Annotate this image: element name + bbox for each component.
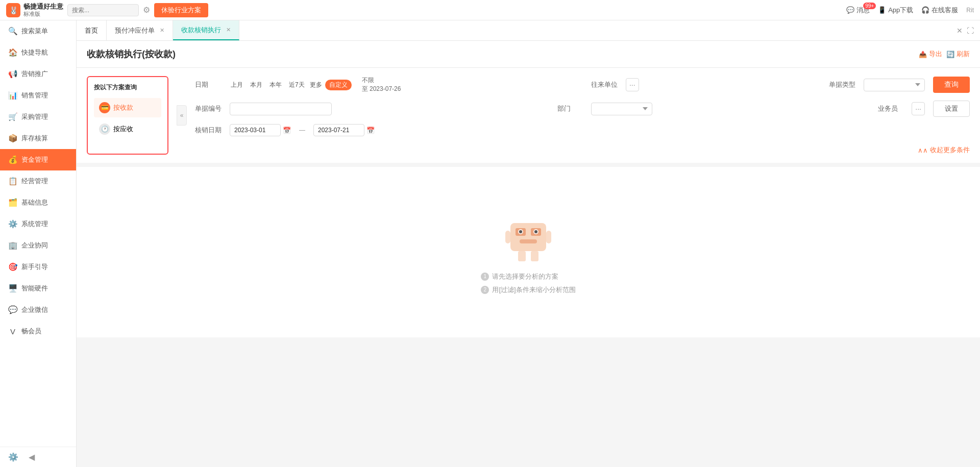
sidebar-settings-icon[interactable]: ⚙️ [8, 452, 18, 462]
more-conditions-button[interactable]: ∧∧ 收起更多条件 [918, 145, 970, 155]
calendar-start-icon[interactable]: 📅 [283, 127, 291, 134]
page-title: 收款核销执行(按收款) [87, 48, 176, 67]
member-icon: V [8, 327, 17, 336]
date-divider: — [299, 127, 305, 134]
sidebar-item-inventory[interactable]: 📦 库存核算 [0, 128, 76, 149]
empty-step-1-text: 请先选择要分析的方案 [492, 270, 558, 283]
app-logo: 🐰 畅捷通好生意 标准版 [6, 3, 63, 17]
message-icon: 💬 [846, 6, 854, 14]
tab-prepay-close[interactable]: ✕ [160, 27, 164, 34]
sidebar-label-search: 搜索菜单 [21, 27, 48, 36]
empty-step-1: 1 请先选择要分析的方案 [481, 270, 575, 283]
query-option-receivable-label: 按应收 [113, 125, 133, 134]
date-btn-this-year[interactable]: 近7天 [287, 80, 307, 90]
sidebar-item-search[interactable]: 🔍 搜索菜单 [0, 20, 76, 42]
sidebar-item-member[interactable]: V 畅会员 [0, 321, 76, 342]
user-name[interactable]: Rit [966, 7, 974, 14]
date-btn-custom[interactable]: 自定义 [325, 80, 352, 90]
doc-type-label: 单据类型 [829, 80, 855, 89]
department-select[interactable] [591, 103, 652, 115]
tab-close-button[interactable]: ✕ [957, 27, 963, 35]
sidebar-item-wechat[interactable]: 💬 企业微信 [0, 299, 76, 321]
message-button[interactable]: 💬 消息 99+ [846, 6, 870, 15]
search-input[interactable] [67, 4, 139, 16]
more-conditions: ∧∧ 收起更多条件 [195, 145, 970, 155]
sidebar-item-basic-info[interactable]: 🗂️ 基础信息 [0, 192, 76, 213]
gear-icon[interactable]: ⚙ [143, 5, 150, 15]
writeoff-date-end-wrap: 📅 [313, 124, 375, 136]
more-conditions-label: 收起更多条件 [930, 145, 970, 155]
svg-rect-0 [510, 223, 546, 251]
tab-expand-button[interactable]: ⛶ [967, 27, 974, 35]
empty-illustration [500, 208, 556, 264]
message-badge: 99+ [863, 3, 876, 9]
doc-num-input[interactable] [230, 103, 332, 115]
sidebar-item-guide[interactable]: 🎯 新手引导 [0, 256, 76, 278]
sidebar-item-sales[interactable]: 📊 销售管理 [0, 85, 76, 106]
svg-rect-6 [518, 251, 526, 261]
receivable-icon: 🕐 [99, 124, 110, 135]
tab-receipt-writeoff-close[interactable]: ✕ [226, 27, 231, 33]
date-btn-more[interactable]: 更多 [310, 81, 322, 89]
counterparty-input[interactable]: ··· [626, 78, 639, 91]
tab-prepay-label: 预付冲应付单 [115, 26, 155, 35]
tab-home[interactable]: 首页 [77, 20, 107, 40]
results-area: 1 请先选择要分析的方案 2 用[过滤]条件来缩小分析范围 [77, 167, 980, 337]
writeoff-date-end[interactable] [313, 124, 364, 136]
date-btn-this-month[interactable]: 本年 [267, 80, 284, 90]
export-button[interactable]: 📤 导出 [919, 50, 942, 59]
app-download-button[interactable]: 📱 App下载 [878, 6, 913, 15]
svg-rect-3 [520, 239, 537, 243]
sidebar-label-operations: 经营管理 [21, 177, 48, 186]
sidebar-label-member: 畅会员 [21, 327, 41, 336]
writeoff-date-label: 核销日期 [195, 126, 222, 135]
svg-point-11 [534, 230, 537, 233]
date-quick-buttons: 上月 本月 本年 近7天 更多 自定义 [229, 80, 352, 90]
query-option-by-receipt[interactable]: 💳 按收款 [94, 98, 161, 117]
setting-button[interactable]: 设置 [933, 101, 970, 117]
page-content: 收款核销执行(按收款) 📤 导出 🔄 刷新 按以下方案查询 [77, 41, 980, 467]
export-icon: 📤 [919, 51, 927, 58]
sidebar-item-purchase[interactable]: 🛒 采购管理 [0, 106, 76, 128]
writeoff-date-start-wrap: 📅 [230, 124, 291, 136]
main-layout: 🔍 搜索菜单 🏠 快捷导航 📢 营销推广 📊 销售管理 🛒 采购管理 📦 库存核… [0, 20, 980, 467]
sales-icon: 📊 [8, 91, 17, 100]
query-option-by-receivable[interactable]: 🕐 按应收 [94, 119, 161, 139]
sidebar-item-hardware[interactable]: 🖥️ 智能硬件 [0, 278, 76, 299]
tab-receipt-writeoff[interactable]: 收款核销执行 ✕ [173, 20, 239, 40]
filter-area: 按以下方案查询 💳 按收款 🕐 按应收 « [77, 68, 980, 163]
department-label: 部门 [557, 104, 583, 113]
doc-type-select[interactable] [864, 79, 925, 91]
salesperson-input[interactable]: ··· [912, 102, 925, 115]
purchase-icon: 🛒 [8, 112, 17, 121]
date-btn-last-month[interactable]: 本月 [248, 80, 264, 90]
sidebar-item-finance[interactable]: 💰 资金管理 [0, 149, 76, 170]
sidebar-item-operations[interactable]: 📋 经营管理 [0, 170, 76, 192]
date-btn-unlimited[interactable]: 上月 [229, 80, 245, 90]
online-service-button[interactable]: 🎧 在线客服 [921, 6, 958, 15]
sidebar-collapse-icon[interactable]: ◀ [29, 452, 35, 462]
sidebar-item-quick-nav[interactable]: 🏠 快捷导航 [0, 42, 76, 63]
page-header: 收款核销执行(按收款) 📤 导出 🔄 刷新 [77, 41, 980, 68]
basic-info-icon: 🗂️ [8, 198, 17, 207]
calendar-end-icon[interactable]: 📅 [366, 127, 375, 134]
query-button[interactable]: 查询 [933, 77, 970, 93]
date-label: 日期 [195, 80, 220, 89]
sidebar-item-system[interactable]: ⚙️ 系统管理 [0, 213, 76, 235]
writeoff-date-start[interactable] [230, 124, 281, 136]
sidebar-item-marketing[interactable]: 📢 营销推广 [0, 63, 76, 85]
refresh-button[interactable]: 🔄 刷新 [946, 50, 970, 59]
counterparty-label: 往来单位 [591, 80, 618, 89]
query-panel-title: 按以下方案查询 [94, 83, 161, 92]
content-area: 首页 预付冲应付单 ✕ 收款核销执行 ✕ ✕ ⛶ 收款核销执行(按收款) [77, 20, 980, 467]
receipt-icon: 💳 [99, 102, 110, 113]
empty-step-2: 2 用[过滤]条件来缩小分析范围 [481, 283, 575, 297]
collapse-button[interactable]: « [177, 105, 187, 126]
industry-button[interactable]: 休验行业方案 [154, 3, 208, 17]
sidebar-item-enterprise[interactable]: 🏢 企业协同 [0, 235, 76, 256]
svg-rect-7 [531, 251, 538, 261]
tab-prepay[interactable]: 预付冲应付单 ✕ [107, 20, 173, 40]
headset-icon: 🎧 [921, 6, 929, 14]
tab-home-label: 首页 [85, 26, 98, 35]
empty-state: 1 请先选择要分析的方案 2 用[过滤]条件来缩小分析范围 [77, 167, 980, 337]
